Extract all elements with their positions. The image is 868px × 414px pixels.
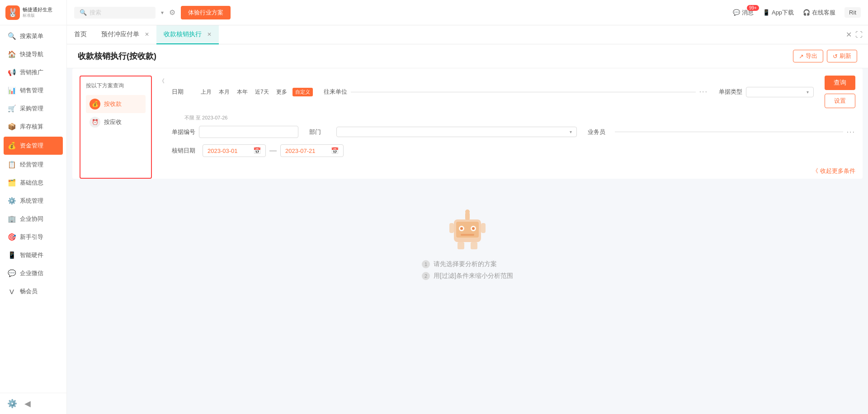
doctype-filter-group: 单据类型 ▾ (719, 87, 814, 97)
business-icon: 📋 (7, 160, 16, 169)
app-download-button[interactable]: 📱 App下载 (763, 9, 794, 17)
svg-point-8 (465, 209, 470, 214)
refresh-icon: ↺ (833, 53, 838, 60)
basic-icon: 🗂️ (7, 178, 16, 187)
maximize-icon[interactable]: ⛶ (855, 31, 863, 39)
verify-date-end-input[interactable]: 2023-07-21 📅 (280, 144, 344, 157)
partner-more-icon[interactable]: ··· (699, 88, 708, 96)
docno-filter-group: 单据编号 (172, 126, 298, 138)
date-btn-this-year[interactable]: 本年 (235, 87, 250, 97)
empty-tips: 1 请先选择要分析的方案 2 用[过滤]条件来缩小分析范围 (422, 260, 513, 280)
dept-filter-group: 部门 ▾ (309, 127, 577, 137)
sidebar-item-wechat[interactable]: 💬 企业微信 (0, 264, 66, 282)
online-service-button[interactable]: 🎧 在线客服 (803, 9, 835, 17)
svg-rect-9 (449, 223, 454, 233)
sidebar-item-label: 快捷导航 (20, 50, 43, 58)
export-button[interactable]: ↗ 导出 (793, 50, 823, 62)
sidebar-item-search[interactable]: 🔍 搜索菜单 (0, 27, 66, 45)
tab-receipt-exec-close[interactable]: ✕ (207, 31, 212, 38)
doctype-chevron: ▾ (807, 90, 809, 95)
sidebar-item-inventory[interactable]: 📦 库存核算 (0, 118, 66, 136)
tip-num-2: 2 (422, 272, 430, 280)
sidebar-item-member[interactable]: V 畅会员 (0, 282, 66, 300)
sidebar-item-label: 畅会员 (20, 287, 38, 295)
sidebar-item-label: 营销推广 (20, 68, 43, 76)
content-area: 收款核销执行(按收款) ↗ 导出 ↺ 刷新 按以下方案查询 💰 (67, 44, 868, 414)
tab-receipt-exec[interactable]: 收款核销执行 ✕ (156, 25, 219, 44)
date-hint: 不限 至 2023-07-26 (184, 114, 855, 121)
service-label: 在线客服 (812, 9, 835, 17)
logo-text: 畅捷通好生意 (23, 6, 52, 13)
member-icon: V (7, 287, 16, 296)
collapse-sidebar-icon[interactable]: ◀ (24, 399, 31, 409)
filter-option-by-receivable[interactable]: ⏰ 按应收 (86, 113, 146, 131)
sidebar-item-purchase[interactable]: 🛒 采购管理 (0, 100, 66, 118)
sidebar-item-guide[interactable]: 🎯 新手引导 (0, 228, 66, 246)
tab-prepay-label: 预付冲应付单 (101, 30, 139, 38)
sidebar-logo: 🐰 畅捷通好生意 标准版 (0, 0, 66, 25)
username-label: Rit (849, 9, 856, 16)
sidebar-item-basic[interactable]: 🗂️ 基础信息 (0, 174, 66, 192)
sidebar-item-label: 企业协同 (20, 215, 43, 223)
tab-prepay-close[interactable]: ✕ (145, 31, 149, 38)
refresh-button[interactable]: ↺ 刷新 (827, 50, 857, 62)
tab-prepay[interactable]: 预付冲应付单 ✕ (94, 25, 156, 44)
sidebar-item-marketing[interactable]: 📢 营销推广 (0, 63, 66, 81)
date-separator: — (269, 147, 277, 155)
topbar-search[interactable]: 🔍 搜索 (74, 7, 156, 19)
collapse-more-button[interactable]: 《 收起更多条件 (172, 163, 855, 179)
docno-input[interactable] (199, 126, 298, 138)
sidebar-item-label: 搜索菜单 (20, 32, 43, 40)
filter-option-by-receipt[interactable]: 💰 按收款 (86, 95, 146, 113)
user-info[interactable]: Rit (844, 7, 861, 18)
date-btn-this-month[interactable]: 本月 (217, 87, 231, 97)
date-btn-7days[interactable]: 近7天 (253, 87, 271, 97)
settings-footer-icon[interactable]: ⚙️ (7, 399, 17, 409)
query-button[interactable]: 查询 (825, 76, 855, 90)
purchase-icon: 🛒 (7, 104, 16, 113)
sidebar-item-hardware[interactable]: 📱 智能硬件 (0, 246, 66, 264)
doctype-select[interactable]: ▾ (746, 87, 814, 97)
close-window-icon[interactable]: ✕ (846, 30, 852, 39)
partner-label: 往来单位 (324, 88, 347, 96)
logo-icon: 🐰 (5, 5, 20, 20)
filter-left-panel: 按以下方案查询 💰 按收款 ⏰ 按应收 (80, 76, 152, 179)
date-custom-badge[interactable]: 自定义 (292, 88, 313, 96)
dept-label: 部门 (309, 128, 333, 136)
dept-select[interactable]: ▾ (336, 127, 577, 137)
tab-home[interactable]: 首页 (67, 25, 94, 44)
sidebar-item-business[interactable]: 📋 经营管理 (0, 156, 66, 174)
empty-state: 1 请先选择要分析的方案 2 用[过滤]条件来缩小分析范围 (67, 179, 868, 307)
collapse-chevron-icon: 《 (812, 167, 818, 175)
sidebar-item-enterprise[interactable]: 🏢 企业协同 (0, 210, 66, 228)
sidebar-item-system[interactable]: ⚙️ 系统管理 (0, 192, 66, 210)
sidebar-item-finance[interactable]: 💰 资金管理 (4, 137, 63, 155)
sidebar-item-sales[interactable]: 📊 销售管理 (0, 81, 66, 100)
topbar: 🔍 搜索 ▾ ⚙ 体验行业方案 💬 消息 99+ 📱 App下载 🎧 在线客服 … (67, 0, 868, 25)
message-button[interactable]: 💬 消息 99+ (733, 9, 754, 17)
sidebar-item-quick-nav[interactable]: 🏠 快捷导航 (0, 45, 66, 63)
collapse-panel-button[interactable]: 《 (157, 76, 166, 179)
empty-tip-1: 1 请先选择要分析的方案 (422, 260, 497, 268)
filter-row2: 单据编号 部门 ▾ 业务员 (172, 126, 855, 138)
staff-more-icon[interactable]: ··· (847, 128, 855, 136)
topbar-dropdown-icon[interactable]: ▾ (161, 10, 164, 16)
sidebar: 🐰 畅捷通好生意 标准版 🔍 搜索菜单 🏠 快捷导航 📢 营销推广 📊 销售管理… (0, 0, 67, 414)
sidebar-item-label: 销售管理 (20, 86, 43, 95)
system-icon: ⚙️ (7, 196, 16, 205)
message-icon: 💬 (733, 9, 740, 16)
sidebar-item-label: 资金管理 (20, 142, 43, 150)
sidebar-item-label: 新手引导 (20, 233, 43, 241)
settings-button[interactable]: 设置 (825, 94, 855, 108)
calendar-start-icon: 📅 (253, 147, 261, 154)
date-btn-last-month[interactable]: 上月 (199, 87, 213, 97)
date-btn-more[interactable]: 更多 (274, 87, 289, 97)
verify-date-end-value: 2023-07-21 (285, 148, 316, 154)
solution-button[interactable]: 体验行业方案 (181, 6, 231, 19)
home-icon: 🏠 (7, 50, 16, 59)
sidebar-item-label: 企业微信 (20, 269, 43, 277)
verify-date-start-input[interactable]: 2023-03-01 📅 (203, 144, 266, 157)
empty-illustration (440, 206, 495, 251)
empty-tip-1-text: 请先选择要分析的方案 (434, 260, 497, 268)
topbar-gear-icon[interactable]: ⚙ (169, 8, 175, 17)
